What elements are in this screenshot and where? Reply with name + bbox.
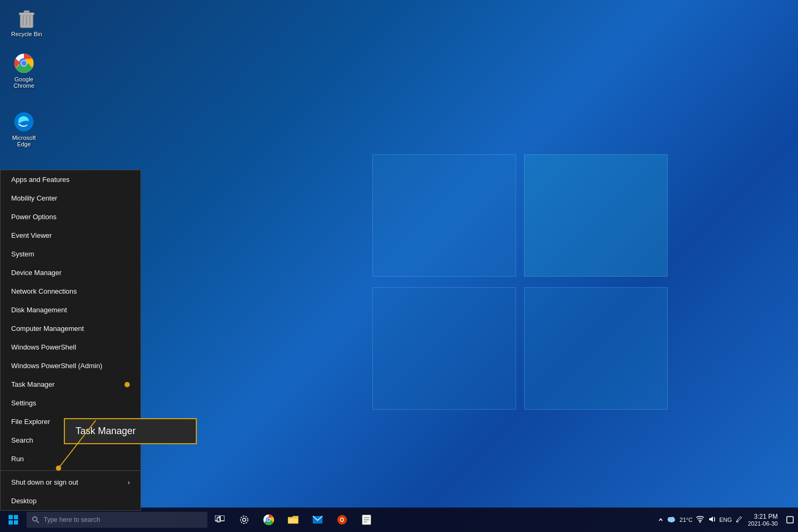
clock-date: 2021-06-30 — [748, 520, 778, 527]
task-view-button[interactable] — [207, 508, 232, 532]
menu-item-settings[interactable]: Settings — [1, 394, 140, 412]
google-chrome-icon[interactable]: Google Chrome — [3, 51, 45, 91]
svg-point-22 — [243, 518, 246, 521]
svg-rect-2 — [24, 11, 29, 13]
task-manager-tooltip: Task Manager — [64, 418, 197, 444]
svg-point-17 — [33, 517, 37, 521]
search-placeholder: Type here to search — [44, 516, 100, 523]
svg-point-9 — [21, 61, 27, 66]
svg-rect-21 — [217, 518, 220, 522]
menu-item-run[interactable]: Run — [1, 450, 140, 468]
tray-expand-button[interactable] — [658, 516, 663, 524]
clock[interactable]: 3:21 PM 2021-06-30 — [748, 513, 782, 527]
chrome-label: Google Chrome — [5, 76, 43, 89]
office-icon: O — [337, 514, 347, 525]
svg-rect-14 — [14, 515, 18, 519]
task-manager-dot — [124, 382, 130, 387]
menu-item-system[interactable]: System — [1, 245, 140, 263]
volume-icon[interactable] — [708, 515, 716, 525]
context-menu: Apps and Features Mobility Center Power … — [0, 170, 141, 511]
menu-item-device-manager[interactable]: Device Manager — [1, 263, 140, 282]
weather-icon[interactable] — [667, 516, 676, 525]
taskbar-office-button[interactable]: O — [330, 508, 354, 532]
notes-icon — [362, 514, 371, 525]
notification-button[interactable] — [782, 508, 798, 532]
recycle-bin-label: Recycle Bin — [11, 31, 42, 37]
file-explorer-icon — [288, 515, 298, 525]
svg-rect-20 — [220, 516, 225, 521]
menu-item-event-viewer[interactable]: Event Viewer — [1, 226, 140, 245]
win-pane-tr — [524, 154, 668, 277]
taskbar-mail-button[interactable] — [305, 508, 330, 532]
chrome-svg — [13, 53, 35, 74]
shut-down-arrow: › — [128, 479, 130, 486]
menu-item-windows-powershell-admin[interactable]: Windows PowerShell (Admin) — [1, 356, 140, 375]
windows-logo-decoration — [372, 106, 692, 426]
microsoft-edge-icon[interactable]: Microsoft Edge — [3, 109, 45, 149]
win-pane-bl — [372, 287, 516, 410]
language-indicator[interactable]: ENG — [719, 517, 732, 523]
menu-item-mobility-center[interactable]: Mobility Center — [1, 189, 140, 207]
taskbar-notes-button[interactable] — [354, 508, 379, 532]
network-icon[interactable] — [696, 515, 704, 525]
notification-icon — [786, 516, 794, 523]
menu-separator — [1, 470, 140, 471]
menu-item-apps-features[interactable]: Apps and Features — [1, 170, 140, 189]
task-manager-tooltip-text: Task Manager — [76, 426, 136, 436]
svg-text:O: O — [340, 517, 344, 523]
svg-point-38 — [671, 517, 675, 520]
svg-line-5 — [30, 16, 30, 26]
svg-point-23 — [240, 516, 248, 523]
menu-item-power-options[interactable]: Power Options — [1, 207, 140, 226]
taskbar-search[interactable]: Type here to search — [27, 512, 207, 528]
menu-item-desktop[interactable]: Desktop — [1, 492, 140, 510]
menu-item-network-connections[interactable]: Network Connections — [1, 282, 140, 301]
menu-item-disk-management[interactable]: Disk Management — [1, 301, 140, 319]
clock-time: 3:21 PM — [754, 513, 778, 520]
recycle-bin-icon[interactable]: Recycle Bin — [5, 5, 48, 39]
svg-rect-16 — [14, 520, 18, 525]
edge-label: Microsoft Edge — [5, 135, 43, 147]
mail-icon — [312, 516, 323, 524]
start-button[interactable] — [0, 508, 27, 532]
svg-rect-13 — [9, 515, 13, 519]
taskbar: Type here to search — [0, 508, 798, 532]
menu-item-shut-down[interactable]: Shut down or sign out › — [1, 473, 140, 492]
settings-icon — [239, 515, 249, 525]
system-tray: 21°C ENG — [653, 515, 747, 525]
taskbar-settings-button[interactable] — [232, 508, 256, 532]
menu-item-computer-management[interactable]: Computer Management — [1, 319, 140, 338]
svg-rect-1 — [19, 13, 34, 15]
svg-line-3 — [23, 16, 23, 26]
win-pane-br — [524, 287, 668, 410]
edge-svg — [13, 111, 35, 132]
taskbar-file-explorer-button[interactable] — [281, 508, 305, 532]
recycle-bin-svg — [16, 7, 37, 29]
start-icon — [9, 515, 18, 525]
weather-temp: 21°C — [679, 517, 693, 523]
cloud-svg — [667, 516, 676, 523]
task-view-icon — [215, 516, 225, 524]
svg-line-18 — [37, 521, 39, 523]
search-icon — [32, 516, 39, 523]
svg-rect-41 — [787, 517, 793, 523]
svg-rect-28 — [288, 518, 298, 523]
pen-icon[interactable] — [735, 516, 743, 525]
svg-rect-15 — [9, 520, 13, 525]
svg-point-39 — [699, 521, 701, 522]
taskbar-chrome-button[interactable] — [256, 508, 281, 532]
menu-item-windows-powershell[interactable]: Windows PowerShell — [1, 338, 140, 356]
taskbar-chrome-icon — [263, 514, 275, 526]
menu-item-task-manager[interactable]: Task Manager — [1, 375, 140, 394]
desktop: Recycle Bin Google Chrome Microsoft Edge… — [0, 0, 798, 532]
win-pane-tl — [372, 154, 516, 277]
svg-point-27 — [268, 519, 270, 521]
